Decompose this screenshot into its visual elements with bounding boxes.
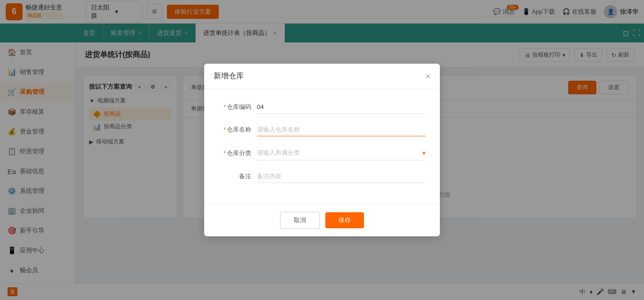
warehouse-name-row: *仓库名称 [218,123,426,136]
cancel-button[interactable]: 取消 [280,212,320,229]
remark-input[interactable] [257,170,426,183]
warehouse-type-placeholder: 请输入所属分类 [257,149,300,157]
warehouse-name-label: *仓库名称 [218,125,251,134]
warehouse-name-input[interactable] [257,123,426,136]
warehouse-code-input[interactable] [257,100,426,114]
add-warehouse-dialog: 新增仓库 × *仓库编码 *仓库名称 *仓库分类 [204,64,440,236]
dialog-footer: 取消 保存 [204,204,440,236]
modal-overlay[interactable]: 新增仓库 × *仓库编码 *仓库名称 *仓库分类 [0,0,644,300]
dialog-header: 新增仓库 × [204,64,440,89]
warehouse-type-label: *仓库分类 [218,149,251,158]
warehouse-type-select[interactable]: 请输入所属分类 ▾ [257,146,426,160]
warehouse-code-label: *仓库编码 [218,103,251,111]
dialog-close-icon[interactable]: × [425,72,430,81]
remark-row: 备注 [218,170,426,183]
warehouse-type-row: *仓库分类 请输入所属分类 ▾ [218,146,426,160]
warehouse-type-arrow-icon: ▾ [422,150,426,157]
remark-label: 备注 [218,172,251,181]
save-button[interactable]: 保存 [325,212,364,228]
dialog-title: 新增仓库 [214,71,244,81]
warehouse-code-row: *仓库编码 [218,100,426,114]
dialog-body: *仓库编码 *仓库名称 *仓库分类 请输入所属分类 ▾ [204,89,440,204]
